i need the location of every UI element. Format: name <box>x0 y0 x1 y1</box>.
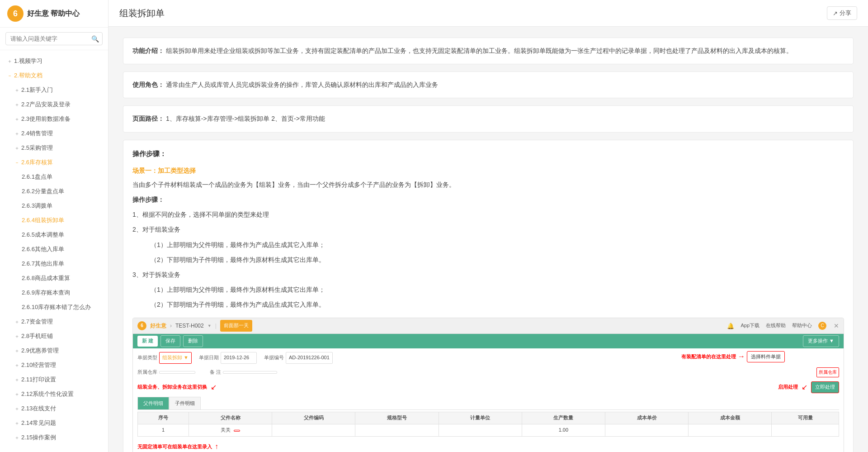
plus-icon: ＋ <box>7 58 12 65</box>
sidebar-item-v213[interactable]: ＋2.13在线支付 <box>0 401 108 416</box>
sc-tabs: 父件明细 子件明细 <box>137 397 839 410</box>
sidebar-item-v1[interactable]: ＋1.视频学习 <box>0 54 108 68</box>
sc-close-icon[interactable]: ✕ <box>834 320 839 332</box>
sidebar-item-v29[interactable]: ＋2.9优惠券管理 <box>0 343 108 358</box>
plus-icon: ＋ <box>14 101 19 108</box>
plus-icon: ＋ <box>14 333 19 340</box>
sc-td-prod-qty: 1.00 <box>522 424 605 437</box>
sidebar-item-v261[interactable]: 2.6.1盘点单 <box>0 170 108 184</box>
sc-doc-type-label: 单据类型 <box>137 353 157 362</box>
sc-name-input-red[interactable] <box>234 430 240 432</box>
sidebar-item-v26[interactable]: －2.6库存核算 <box>0 155 108 170</box>
share-button[interactable]: ↗ 分享 <box>827 6 857 20</box>
sc-date-value[interactable]: 2019-12-26 <box>221 352 257 364</box>
sidebar-item-v267[interactable]: 2.6.7其他出库单 <box>0 257 108 271</box>
nav-item-label-v213: 2.13在线支付 <box>21 404 56 413</box>
sidebar-item-v268[interactable]: 2.6.8商品成本重算 <box>0 271 108 285</box>
nav-item-label-v28: 2.8手机旺铺 <box>21 332 53 340</box>
sidebar-item-v269[interactable]: 2.6.9库存账本查询 <box>0 285 108 300</box>
role-block: 使用角色： 通常由生产人员或库管人员完成拆装业务的操作，库管人员确认原材料的出库… <box>123 71 854 98</box>
sc-th-avail: 可用量 <box>772 412 839 424</box>
plus-icon: ＋ <box>14 434 19 441</box>
nav-item-label-v21: 2.1新手入门 <box>21 86 53 94</box>
sc-prev-day-btn[interactable]: 前面那一天 <box>220 320 252 332</box>
search-box[interactable]: 🔍 <box>0 28 108 50</box>
annotation1-arrow: → <box>738 350 745 363</box>
annotation4-arrow: ↙ <box>802 381 807 394</box>
sc-th-parent-name: 父件名称 <box>189 412 272 424</box>
sc-new-btn[interactable]: 新 建 <box>137 336 158 347</box>
search-input[interactable] <box>5 32 103 45</box>
sc-enable-btn[interactable]: 立即处理 <box>811 381 839 393</box>
role-label: 使用角色： <box>132 81 164 88</box>
sidebar-item-v2610[interactable]: 2.6.10库存账本错了怎么办 <box>0 300 108 314</box>
search-icon[interactable]: 🔍 <box>91 35 99 43</box>
sidebar-item-v215[interactable]: ＋2.15操作案例 <box>0 430 108 445</box>
sidebar-item-v22[interactable]: ＋2.2产品安装及登录 <box>0 97 108 112</box>
annotation1-text: 有装配清单的在这里处理 <box>681 352 736 362</box>
sc-doc-type-value[interactable]: 组装拆卸 ▼ <box>159 352 192 364</box>
nav-item-label-v268: 2.6.8商品成本重算 <box>22 274 70 282</box>
plus-icon: ＋ <box>14 420 19 427</box>
sc-delete-btn[interactable]: 删除 <box>183 335 203 347</box>
step3-2: （2）下部明细为子件明细，最终作为产成品生成其它入库单。 <box>132 299 844 310</box>
sidebar-item-v263[interactable]: 2.6.3调拨单 <box>0 199 108 213</box>
sc-more-btn[interactable]: 更多操作 ▼ <box>803 335 839 347</box>
sidebar-item-v262[interactable]: 2.6.2分量盘点单 <box>0 184 108 199</box>
sc-nav-sep: | <box>215 321 217 331</box>
sidebar-item-v23[interactable]: ＋2.3使用前数据准备 <box>0 112 108 126</box>
nav-item-label-v23: 2.3使用前数据准备 <box>21 115 71 123</box>
nav-item-label-v212: 2.12系统个性化设置 <box>21 390 74 398</box>
sc-body: 单据类型 组装拆卸 ▼ 单据日期 2019-12-26 单据编号 AD-2019… <box>133 348 844 452</box>
nav-item-label-v215: 2.15操作案例 <box>21 433 56 442</box>
page-title: 组装拆卸单 <box>119 7 165 19</box>
nav-item-label-v29: 2.9优惠券管理 <box>21 347 59 355</box>
sidebar-item-v27[interactable]: ＋2.7资金管理 <box>0 314 108 329</box>
sidebar-item-v210[interactable]: ＋2.10经营管理 <box>0 358 108 372</box>
sc-td-seq: 1 <box>138 424 189 437</box>
scene-desc: 当由多个子件材料组装成一个成品的业务为【组装】业务，当由一个父件拆分成多个子产品… <box>132 179 844 190</box>
ops-block: 操作步骤： 场景一：加工类型选择 当由多个子件材料组装成一个成品的业务为【组装】… <box>123 140 854 452</box>
feature-intro-block: 功能介绍： 组装拆卸单用来处理企业组装或拆卸等加工业务，支持有固定装配清单的产品… <box>123 38 854 64</box>
sidebar-item-v2[interactable]: －2.帮助文档 <box>0 68 108 83</box>
sc-docno-value[interactable]: AD-20191226-001 <box>286 352 333 364</box>
sidebar-item-v25[interactable]: ＋2.5采购管理 <box>0 141 108 155</box>
sidebar-item-v211[interactable]: ＋2.11打印设置 <box>0 372 108 387</box>
sc-logo-icon: 6 <box>137 321 146 330</box>
sc-remark-field: 备 注 <box>210 368 277 377</box>
sc-remark-value[interactable] <box>223 371 277 374</box>
nav-item-label-v265: 2.6.5成本调整单 <box>22 231 64 239</box>
sidebar-item-v266[interactable]: 2.6.6其他入库单 <box>0 242 108 257</box>
sidebar-item-v265[interactable]: 2.6.5成本调整单 <box>0 228 108 242</box>
annotation5-arrow: ↑ <box>215 440 218 452</box>
sc-tab-child[interactable]: 子件明细 <box>169 397 201 410</box>
sidebar-item-v24[interactable]: ＋2.4销售管理 <box>0 126 108 141</box>
sidebar-item-v212[interactable]: ＋2.12系统个性化设置 <box>0 387 108 401</box>
nav-item-label-v22: 2.2产品安装及登录 <box>21 100 71 109</box>
sc-tab-parent[interactable]: 父件明细 <box>137 397 169 410</box>
sidebar-item-v214[interactable]: ＋2.14常见问题 <box>0 416 108 430</box>
sc-enable-area: 所属仓库 <box>816 367 839 377</box>
sc-select-btn[interactable]: 选择料件单据 <box>747 351 785 363</box>
sidebar-item-v28[interactable]: ＋2.8手机旺铺 <box>0 329 108 343</box>
path-block: 页面路径： 1、库存核算->库存管理->组装拆卸单 2、首页->常用功能 <box>123 105 854 132</box>
sc-sub-nav: 新 建 保存 删除 更多操作 ▼ <box>133 334 844 348</box>
sc-save-btn[interactable]: 保存 <box>160 335 180 347</box>
annotation5-area: 无固定清单可在组装单在这里录入 ↑ <box>137 440 839 452</box>
sc-td-cost-a <box>689 424 772 437</box>
sc-warehouse-value[interactable] <box>159 371 195 374</box>
sidebar-header: 6 好生意 帮助中心 <box>0 0 108 28</box>
nav-item-label-v24: 2.4销售管理 <box>21 129 53 138</box>
sc-td-code <box>272 424 355 437</box>
nav-item-label-v264: 2.6.4组装拆卸单 <box>22 216 64 224</box>
nav-item-label-v269: 2.6.9库存账本查询 <box>22 289 70 297</box>
plus-icon: ＋ <box>14 405 19 412</box>
sc-td-cost-p <box>605 424 688 437</box>
logo-icon: 6 <box>7 5 24 22</box>
step3: 3、对于拆装业务 <box>132 269 844 281</box>
sc-table1: 序号 父件名称 父件编码 规格型号 计量单位 生产数量 成本单价 成本金额 可用… <box>137 412 839 437</box>
sidebar-item-v264[interactable]: 2.6.4组装拆卸单 <box>0 213 108 228</box>
plus-icon: ＋ <box>14 145 19 152</box>
sidebar-item-v21[interactable]: ＋2.1新手入门 <box>0 83 108 97</box>
sc-th-seq: 序号 <box>138 412 189 424</box>
